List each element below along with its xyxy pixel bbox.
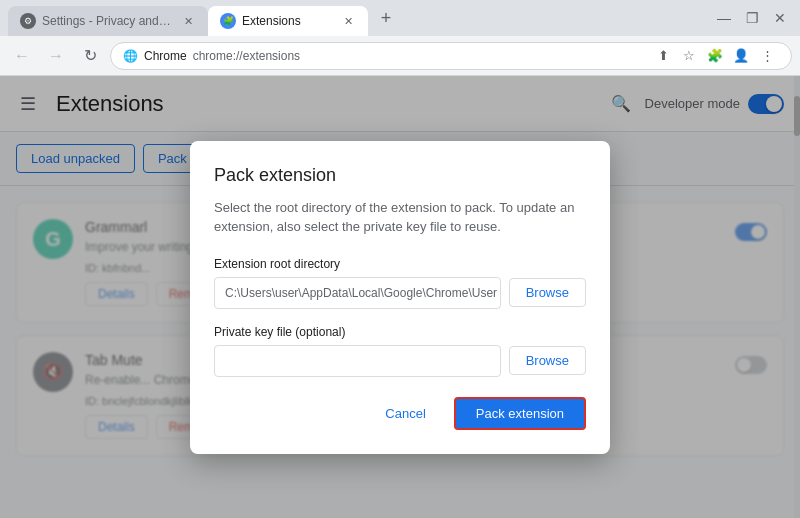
- maximize-button[interactable]: ❐: [740, 6, 764, 30]
- cancel-button[interactable]: Cancel: [365, 397, 445, 430]
- menu-icon[interactable]: ⋮: [755, 44, 779, 68]
- forward-button[interactable]: →: [42, 42, 70, 70]
- root-dir-label: Extension root directory: [214, 257, 586, 271]
- minimize-button[interactable]: —: [712, 6, 736, 30]
- private-key-field-group: Private key file (optional) Browse: [214, 325, 586, 377]
- pack-extension-confirm-button[interactable]: Pack extension: [454, 397, 586, 430]
- address-actions: ⬆ ☆ 🧩 👤 ⋮: [651, 44, 779, 68]
- extensions-tab-label: Extensions: [242, 14, 334, 28]
- root-dir-browse-button[interactable]: Browse: [509, 278, 586, 307]
- private-key-label: Private key file (optional): [214, 325, 586, 339]
- private-key-browse-button[interactable]: Browse: [509, 346, 586, 375]
- extensions-tab-close[interactable]: ✕: [340, 13, 356, 29]
- back-button[interactable]: ←: [8, 42, 36, 70]
- share-icon[interactable]: ⬆: [651, 44, 675, 68]
- address-site: Chrome: [144, 49, 187, 63]
- address-url: chrome://extensions: [193, 49, 645, 63]
- dialog-overlay: Pack extension Select the root directory…: [0, 76, 800, 518]
- extensions-tab-icon: 🧩: [220, 13, 236, 29]
- settings-tab[interactable]: ⚙ Settings - Privacy and security ✕: [8, 6, 208, 36]
- root-dir-value: C:\Users\user\AppData\Local\Google\Chrom…: [225, 286, 501, 300]
- new-tab-button[interactable]: +: [372, 4, 400, 32]
- dialog-description: Select the root directory of the extensi…: [214, 198, 586, 237]
- root-dir-row: C:\Users\user\AppData\Local\Google\Chrom…: [214, 277, 586, 309]
- extensions-tab[interactable]: 🧩 Extensions ✕: [208, 6, 368, 36]
- title-bar: ⚙ Settings - Privacy and security ✕ 🧩 Ex…: [0, 0, 800, 36]
- dialog-actions: Cancel Pack extension: [214, 397, 586, 430]
- page-content: ☰ Extensions 🔍 Developer mode Load unpac…: [0, 76, 800, 518]
- address-bar[interactable]: 🌐 Chrome chrome://extensions ⬆ ☆ 🧩 👤 ⋮: [110, 42, 792, 70]
- toolbar: ← → ↻ 🌐 Chrome chrome://extensions ⬆ ☆ 🧩…: [0, 36, 800, 76]
- dialog-title: Pack extension: [214, 165, 586, 186]
- settings-tab-close[interactable]: ✕: [180, 13, 196, 29]
- private-key-row: Browse: [214, 345, 586, 377]
- settings-tab-label: Settings - Privacy and security: [42, 14, 174, 28]
- window-controls: — ❐ ✕: [712, 6, 792, 36]
- settings-tab-icon: ⚙: [20, 13, 36, 29]
- reload-button[interactable]: ↻: [76, 42, 104, 70]
- extension-icon[interactable]: 🧩: [703, 44, 727, 68]
- profile-icon[interactable]: 👤: [729, 44, 753, 68]
- private-key-input[interactable]: [214, 345, 501, 377]
- site-icon: 🌐: [123, 49, 138, 63]
- bookmark-icon[interactable]: ☆: [677, 44, 701, 68]
- browser-frame: ⚙ Settings - Privacy and security ✕ 🧩 Ex…: [0, 0, 800, 518]
- pack-extension-dialog: Pack extension Select the root directory…: [190, 141, 610, 454]
- root-dir-input[interactable]: C:\Users\user\AppData\Local\Google\Chrom…: [214, 277, 501, 309]
- root-dir-field-group: Extension root directory C:\Users\user\A…: [214, 257, 586, 309]
- close-button[interactable]: ✕: [768, 6, 792, 30]
